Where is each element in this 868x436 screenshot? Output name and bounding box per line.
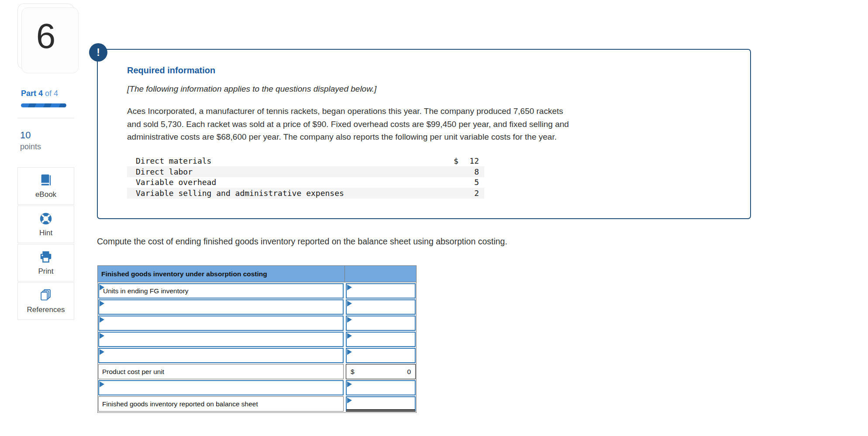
- print-button[interactable]: Print: [17, 244, 74, 282]
- table-row: [98, 380, 416, 395]
- entry-marker-icon: [100, 333, 104, 340]
- value-input-cell[interactable]: [346, 332, 416, 347]
- fg-inventory-value-cell[interactable]: [346, 396, 416, 412]
- required-information-heading: Required information: [127, 65, 737, 76]
- entry-marker-icon: [347, 398, 352, 404]
- answer-table: Finished goods inventory under absorptio…: [97, 265, 417, 413]
- currency-symbol: $: [351, 368, 355, 376]
- entry-marker-icon: [347, 301, 352, 307]
- value-input-cell[interactable]: [346, 348, 416, 363]
- question-number-card: 6: [17, 3, 74, 69]
- label-input-cell[interactable]: [98, 332, 344, 347]
- scenario-line: administrative costs are $68,600 per yea…: [127, 130, 737, 144]
- part-progress-bar: [21, 103, 66, 107]
- cost-row-variable-overhead: Variable overhead 5: [127, 177, 484, 188]
- scenario-line: Aces Incorporated, a manufacturer of ten…: [127, 105, 737, 118]
- label-input-cell[interactable]: [98, 380, 344, 395]
- label-input-cell[interactable]: [98, 348, 344, 363]
- product-cost-value-cell: $ 0: [346, 364, 416, 379]
- entry-marker-icon: [347, 285, 352, 291]
- row-label: Finished goods inventory reported on bal…: [102, 400, 258, 408]
- question-sidebar: 6 Part 4 of 4 10 points eBook Hint: [17, 3, 75, 321]
- table-row: [98, 332, 416, 347]
- ebook-label: eBook: [35, 190, 56, 199]
- table-row: [98, 348, 416, 363]
- part-indicator: Part 4 of 4: [17, 89, 75, 98]
- value-input-cell[interactable]: [346, 316, 416, 331]
- ebook-icon: [38, 173, 53, 188]
- hint-label: Hint: [39, 229, 52, 237]
- answer-table-title: Finished goods inventory under absorptio…: [98, 266, 345, 282]
- points-value: 10: [17, 130, 75, 141]
- cost-row-direct-materials: Direct materials $ 12: [127, 156, 484, 167]
- ebook-button[interactable]: eBook: [17, 167, 74, 205]
- entry-marker-icon: [100, 349, 104, 356]
- cost-value: 8: [465, 167, 484, 176]
- table-row: [98, 299, 416, 315]
- alert-icon: !: [89, 43, 107, 62]
- row-label: Units in ending FG inventory: [103, 287, 189, 295]
- question-number: 6: [36, 19, 56, 54]
- label-input-cell[interactable]: [98, 299, 344, 315]
- product-cost-label-cell: Product cost per unit: [98, 364, 344, 379]
- connect-question-page: 6 Part 4 of 4 10 points eBook Hint: [0, 0, 868, 436]
- entry-marker-icon: [347, 317, 352, 323]
- print-label: Print: [38, 267, 54, 276]
- cost-label: Direct labor: [127, 167, 454, 176]
- hint-button[interactable]: Hint: [17, 206, 74, 243]
- table-row: [98, 316, 416, 331]
- value-input-cell[interactable]: [346, 299, 416, 315]
- label-input-cell[interactable]: [98, 316, 344, 331]
- row-label: Product cost per unit: [102, 368, 164, 376]
- entry-marker-icon: [100, 301, 104, 307]
- entry-marker-icon: [100, 381, 104, 388]
- part-label: Part 4: [21, 89, 43, 98]
- cost-row-variable-selling-admin: Variable selling and administrative expe…: [127, 188, 484, 199]
- scenario-paragraph: Aces Incorporated, a manufacturer of ten…: [127, 105, 737, 144]
- cost-value: 5: [465, 178, 484, 187]
- print-icon: [38, 250, 53, 264]
- entry-marker-icon: [347, 349, 352, 356]
- table-row-final-total: Finished goods inventory reported on bal…: [98, 396, 416, 412]
- entry-marker-icon: [100, 317, 104, 323]
- cost-label: Variable selling and administrative expe…: [127, 189, 454, 198]
- resource-toolbar: eBook Hint Print References: [17, 167, 74, 320]
- variable-costs-table: Direct materials $ 12 Direct labor 8 Var…: [127, 156, 484, 199]
- answer-table-header-value-cell: [345, 266, 416, 282]
- entry-marker-icon: [347, 333, 352, 340]
- fg-inventory-label-cell: Finished goods inventory reported on bal…: [98, 396, 344, 412]
- sidebar-divider: [17, 118, 74, 118]
- cost-label: Variable overhead: [127, 178, 454, 187]
- value-input-cell[interactable]: [346, 283, 416, 299]
- cost-row-direct-labor: Direct labor 8: [127, 166, 484, 177]
- applies-note: [The following information applies to th…: [127, 84, 737, 94]
- question-prompt: Compute the cost of ending finished good…: [97, 237, 507, 247]
- table-row: Units in ending FG inventory: [98, 283, 416, 299]
- scenario-line: and sold 5,730. Each racket was sold at …: [127, 118, 737, 131]
- hint-icon: [38, 211, 53, 226]
- entry-marker-icon: [347, 381, 352, 388]
- label-input-cell[interactable]: Units in ending FG inventory: [98, 283, 344, 299]
- references-button[interactable]: References: [17, 282, 74, 320]
- references-label: References: [27, 306, 65, 314]
- required-information-panel: ! Required information [The following in…: [97, 49, 751, 219]
- points-label: points: [17, 142, 75, 151]
- cost-label: Direct materials: [127, 156, 454, 165]
- table-row-product-cost: Product cost per unit $ 0: [98, 364, 416, 379]
- cost-value: 12: [465, 156, 484, 165]
- value-input-cell[interactable]: [346, 380, 416, 395]
- currency-symbol: $: [454, 156, 465, 165]
- references-icon: [38, 288, 53, 303]
- product-cost-value: 0: [407, 368, 411, 376]
- answer-table-header-row: Finished goods inventory under absorptio…: [98, 266, 416, 282]
- part-of-label: of 4: [43, 89, 58, 98]
- cost-value: 2: [465, 189, 484, 198]
